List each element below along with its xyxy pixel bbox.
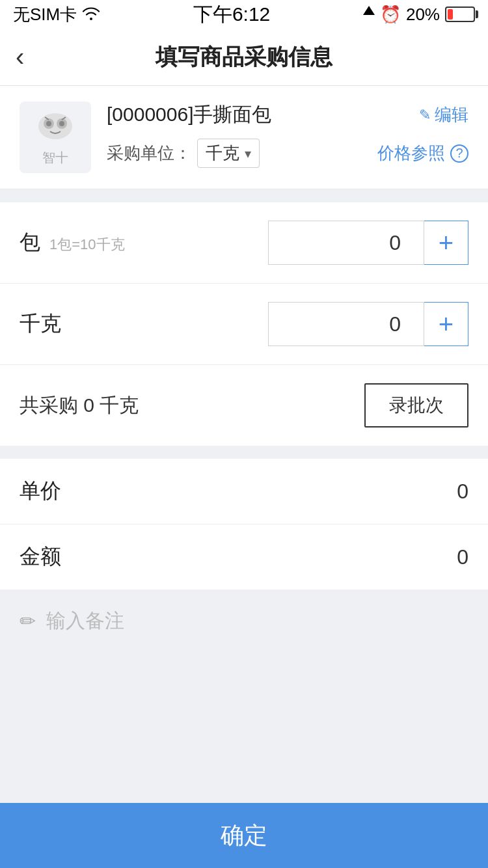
status-left: 无SIM卡	[13, 3, 100, 26]
pencil-icon: ✏	[20, 610, 36, 632]
kg-plus-button[interactable]: +	[424, 302, 468, 346]
unit-value: 千克	[206, 142, 239, 165]
unit-price-row: 单价 0	[0, 459, 488, 524]
unit-prefix: 采购单位：	[107, 143, 191, 163]
amount-label: 金额	[20, 543, 61, 571]
amount-value: 0	[457, 545, 468, 569]
edit-label: 编辑	[435, 103, 468, 126]
unit-price-value: 0	[457, 480, 468, 504]
nav-bar: ‹ 填写商品采购信息	[0, 29, 488, 86]
confirm-label: 确定	[221, 820, 267, 852]
kg-label: 千克	[20, 310, 61, 338]
unit-selector: 采购单位： 千克 ▾	[107, 139, 260, 168]
product-card: 智十 [0000006]手撕面包 ✎ 编辑 采购单位： 千克 ▾	[0, 86, 488, 189]
confirm-button[interactable]: 确定	[0, 803, 488, 868]
kg-unit-label: 千克	[20, 310, 61, 338]
price-ref-label: 价格参照	[377, 142, 445, 165]
status-bar: 无SIM卡 下午6:12 ⏰ 20%	[0, 0, 488, 29]
product-info: [0000006]手撕面包 ✎ 编辑 采购单位： 千克 ▾ 价格参照 ?	[107, 102, 468, 168]
amount-row: 金额 0	[0, 524, 488, 590]
product-thumbnail-label: 智十	[42, 149, 68, 167]
bao-label: 包 1包=10千克	[20, 228, 125, 257]
product-name: [0000006]手撕面包	[107, 102, 271, 128]
kg-quantity-input[interactable]	[268, 302, 424, 346]
edit-button[interactable]: ✎ 编辑	[419, 103, 468, 126]
status-right: ⏰ 20%	[363, 5, 475, 25]
product-image: 智十	[20, 102, 91, 173]
price-section: 单价 0 金额 0	[0, 459, 488, 590]
product-unit-row: 采购单位： 千克 ▾ 价格参照 ?	[107, 139, 468, 168]
bao-plus-button[interactable]: +	[424, 221, 468, 265]
battery-fill	[448, 9, 453, 20]
status-time: 下午6:12	[193, 1, 270, 28]
remark-placeholder: 输入备注	[46, 608, 124, 634]
help-icon: ?	[450, 144, 468, 163]
unit-price-label: 单价	[20, 477, 61, 506]
product-thumbnail-icon	[36, 108, 75, 146]
input-section: 包 1包=10千克 + 千克 + 共采购 0 千克 录批次	[0, 202, 488, 446]
battery-percent: 20%	[406, 5, 440, 25]
bao-input-row: 包 1包=10千克 +	[0, 202, 488, 284]
battery-icon	[445, 7, 475, 22]
kg-input-right: +	[268, 302, 468, 346]
batch-label: 录批次	[389, 393, 444, 418]
svg-point-3	[46, 121, 51, 126]
batch-button[interactable]: 录批次	[364, 383, 468, 427]
carrier-text: 无SIM卡	[13, 3, 77, 26]
section-divider-2	[0, 446, 488, 459]
price-reference-button[interactable]: 价格参照 ?	[377, 142, 468, 165]
dropdown-arrow-icon: ▾	[245, 146, 251, 161]
total-label: 共采购 0 千克	[20, 392, 139, 419]
svg-point-0	[38, 113, 72, 139]
svg-point-4	[59, 121, 64, 126]
total-row: 共采购 0 千克 录批次	[0, 365, 488, 446]
product-title: 手撕面包	[193, 103, 271, 125]
bao-input-right: +	[268, 221, 468, 265]
product-id: [0000006]	[107, 103, 193, 125]
back-button[interactable]: ‹	[16, 42, 24, 72]
unit-dropdown[interactable]: 千克 ▾	[197, 139, 260, 168]
location-icon	[363, 5, 375, 25]
edit-icon: ✎	[419, 107, 431, 124]
alarm-icon: ⏰	[380, 5, 401, 25]
bao-sublabel: 1包=10千克	[49, 235, 125, 254]
section-divider-1	[0, 189, 488, 202]
bao-unit-label: 包	[20, 228, 40, 257]
kg-input-row: 千克 +	[0, 284, 488, 365]
remark-section[interactable]: ✏ 输入备注	[0, 590, 488, 653]
page-wrapper: 无SIM卡 下午6:12 ⏰ 20% ‹	[0, 0, 488, 868]
bao-quantity-input[interactable]	[268, 221, 424, 265]
product-info-header: [0000006]手撕面包 ✎ 编辑	[107, 102, 468, 128]
page-title: 填写商品采购信息	[156, 42, 332, 72]
wifi-icon	[82, 5, 100, 25]
